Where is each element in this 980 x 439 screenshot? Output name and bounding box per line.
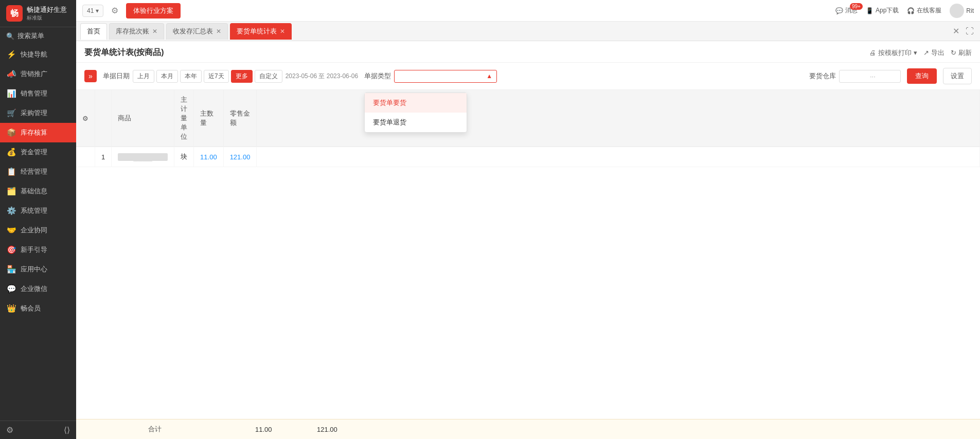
sidebar-nav: ⚡ 快捷导航 📣 营销推广 📊 销售管理 🛒 采购管理 📦 库存核算 💰 资金管…: [0, 45, 76, 420]
tab-inout-close[interactable]: ✕: [216, 28, 221, 35]
tab-batch-close[interactable]: ✕: [152, 28, 157, 35]
table-body: 1 ████ 块 11.00 121.00: [76, 147, 980, 167]
sidebar-item-guide[interactable]: 🎯 新手引导: [0, 240, 76, 260]
sidebar-item-appstore[interactable]: 🏪 应用中心: [0, 260, 76, 279]
enterprise-icon: 🤝: [6, 226, 16, 235]
print-btn[interactable]: 🖨 按模板打印 ▾: [869, 48, 917, 58]
store-dropdown-icon: ▾: [96, 7, 99, 14]
topbar-settings-btn[interactable]: ⚙: [108, 4, 122, 18]
sidebar-item-wechat[interactable]: 💬 企业微信: [0, 279, 76, 299]
table-footer: 合计 11.00 121.00: [76, 419, 980, 439]
system-icon: ⚙️: [6, 206, 16, 215]
content-area: 要货单统计表(按商品) 🖨 按模板打印 ▾ ↗ 导出 ↻ 刷新: [76, 41, 980, 439]
guide-icon: 🎯: [6, 245, 16, 254]
tab-maximize-btn[interactable]: ⛶: [964, 25, 976, 37]
date-btn-last-month[interactable]: 上月: [133, 70, 154, 83]
purchase-icon: 🛒: [6, 108, 16, 118]
sidebar-item-system[interactable]: ⚙️ 系统管理: [0, 201, 76, 221]
cell-product: ████: [112, 147, 174, 167]
refresh-label: 刷新: [958, 48, 972, 58]
footer-amount: 121.00: [317, 426, 368, 433]
trial-btn[interactable]: 体验行业方案: [126, 3, 181, 19]
tab-home[interactable]: 首页: [80, 23, 107, 40]
member-icon: 👑: [6, 304, 16, 313]
warehouse-label: 要货仓库: [809, 71, 836, 81]
appstore-icon: 🏪: [6, 265, 16, 274]
sidebar-item-label: 畅会员: [21, 304, 41, 313]
date-btn-this-year[interactable]: 本年: [180, 70, 202, 83]
refresh-btn[interactable]: ↻ 刷新: [951, 48, 972, 58]
sidebar-item-inventory[interactable]: 📦 库存核算: [0, 123, 76, 142]
date-btn-last-7days[interactable]: 近7天: [204, 70, 229, 83]
date-filter-label: 单据日期: [103, 71, 130, 81]
sidebar-item-marketing[interactable]: 📣 营销推广: [0, 64, 76, 84]
col-amount: 零售金额: [223, 90, 257, 147]
sidebar-item-member[interactable]: 👑 畅会员: [0, 299, 76, 318]
tab-order-stat[interactable]: 要货单统计表 ✕: [230, 23, 292, 40]
cell-amount: 121.00: [223, 147, 257, 167]
export-label: 导出: [931, 48, 945, 58]
print-icon: 🖨: [869, 49, 876, 57]
page-title: 要货单统计表(按商品): [84, 47, 164, 58]
qty-link[interactable]: 11.00: [200, 153, 217, 161]
warehouse-more-btn[interactable]: ···: [870, 72, 896, 80]
sidebar-item-operation[interactable]: 📋 经营管理: [0, 162, 76, 181]
type-filter-label: 单据类型: [364, 71, 391, 81]
sidebar-item-purchase[interactable]: 🛒 采购管理: [0, 103, 76, 123]
print-label: 按模板打印: [878, 48, 912, 58]
topbar: 41 ▾ ⚙ 体验行业方案 💬 消息 99+ 📱 App下载 🎧 在线客服: [76, 0, 980, 22]
sidebar-item-quick-nav[interactable]: ⚡ 快捷导航: [0, 45, 76, 64]
warehouse-filter-group: 要货仓库 ···: [809, 70, 901, 83]
messages-btn[interactable]: 💬 消息 99+: [835, 6, 858, 15]
cell-index: 1: [95, 147, 112, 167]
export-btn[interactable]: ↗ 导出: [923, 48, 945, 58]
date-btn-this-month[interactable]: 本月: [156, 70, 178, 83]
store-selector[interactable]: 41 ▾: [82, 5, 103, 17]
tab-order-stat-close[interactable]: ✕: [280, 28, 285, 35]
query-btn[interactable]: 查询: [907, 68, 937, 84]
sidebar-search[interactable]: 🔍 搜索菜单: [0, 27, 76, 45]
online-service-label: 在线客服: [917, 6, 941, 15]
tab-batch-label: 库存批次账: [116, 27, 149, 36]
dropdown-item-tuihuo[interactable]: 要货单退货: [365, 113, 467, 132]
sidebar-collapse-btn[interactable]: ⟨⟩: [64, 425, 70, 435]
sidebar-item-label: 采购管理: [21, 108, 47, 118]
settings-filter-btn[interactable]: 设置: [943, 68, 972, 84]
user-avatar[interactable]: Rit: [950, 4, 974, 18]
basic-icon: 🗂️: [6, 187, 16, 196]
sidebar-item-label: 应用中心: [21, 265, 47, 274]
tab-close-all-btn[interactable]: ✕: [951, 25, 961, 37]
sidebar-item-enterprise[interactable]: 🤝 企业协同: [0, 221, 76, 240]
search-label: 搜索菜单: [17, 31, 44, 41]
sidebar-bottom: ⚙ ⟨⟩: [0, 420, 76, 439]
sidebar-item-basic[interactable]: 🗂️ 基础信息: [0, 181, 76, 201]
app-download-btn[interactable]: 📱 App下载: [866, 6, 899, 15]
finance-icon: 💰: [6, 148, 16, 157]
footer-qty: 11.00: [255, 426, 307, 433]
date-btn-custom[interactable]: 自定义: [255, 70, 282, 83]
col-unit: 主计量单位: [174, 90, 194, 147]
online-service-btn[interactable]: 🎧 在线客服: [907, 6, 941, 15]
expand-icon: »: [88, 72, 93, 80]
warehouse-select[interactable]: ···: [839, 70, 901, 83]
tab-batch[interactable]: 库存批次账 ✕: [109, 23, 164, 40]
type-input[interactable]: [399, 72, 486, 80]
main-area: 41 ▾ ⚙ 体验行业方案 💬 消息 99+ 📱 App下载 🎧 在线客服: [76, 0, 980, 439]
cell-qty: 11.00: [194, 147, 224, 167]
dropdown-item-yaohuo[interactable]: 要货单要货: [365, 93, 467, 113]
sidebar-item-label: 库存核算: [21, 128, 47, 137]
amount-link[interactable]: 121.00: [230, 153, 251, 161]
tab-inout[interactable]: 收发存汇总表 ✕: [166, 23, 228, 40]
sidebar-item-finance[interactable]: 💰 资金管理: [0, 142, 76, 162]
filter-expand-btn[interactable]: »: [84, 70, 97, 82]
store-number: 41: [87, 7, 94, 14]
logo-text: 畅捷通好生意 标准版: [27, 6, 67, 21]
footer-label: 合计: [148, 425, 173, 434]
sidebar: 畅 畅捷通好生意 标准版 🔍 搜索菜单 ⚡ 快捷导航 📣 营销推广 📊 销售管理…: [0, 0, 76, 439]
col-settings[interactable]: ⚙: [76, 90, 95, 147]
marketing-icon: 📣: [6, 69, 16, 79]
sidebar-settings-btn[interactable]: ⚙: [6, 425, 13, 435]
type-select[interactable]: ▲: [394, 70, 497, 83]
sidebar-item-sales[interactable]: 📊 销售管理: [0, 84, 76, 103]
date-btn-more[interactable]: 更多: [231, 70, 253, 83]
